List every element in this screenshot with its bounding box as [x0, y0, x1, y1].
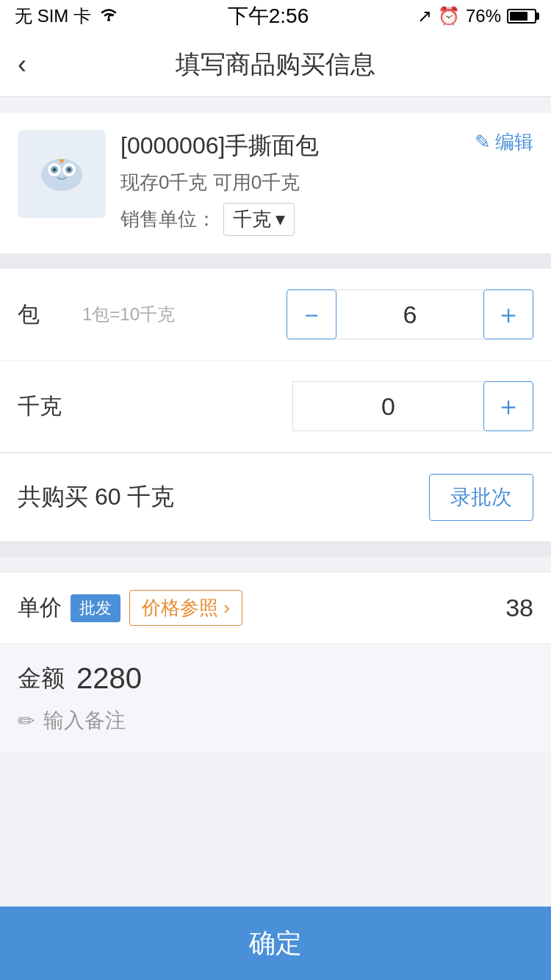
price-tag: 批发: [71, 594, 120, 622]
battery-icon: [507, 9, 536, 24]
bao-plus-button[interactable]: ＋: [483, 289, 533, 339]
section-separator-2: [0, 542, 551, 557]
kg-row: 千克 ＋: [0, 361, 551, 453]
bao-hint: 1包=10千克: [82, 303, 287, 326]
wifi-icon: [98, 6, 119, 26]
product-unit: 销售单位： 千克 ▾: [120, 203, 533, 236]
dropdown-icon: ▾: [276, 208, 285, 231]
page-title: 填写商品购买信息: [176, 48, 375, 82]
confirm-button[interactable]: 确定: [0, 907, 551, 980]
status-right: ↗ ⏰ 76%: [417, 6, 536, 26]
svg-point-6: [53, 168, 56, 171]
battery-percent: 76%: [466, 6, 501, 26]
kg-label: 千克: [18, 392, 76, 422]
alarm-icon: ⏰: [438, 6, 460, 26]
summary-text: 共购买 60 千克: [18, 481, 174, 514]
svg-point-7: [68, 168, 71, 171]
plus-icon: ＋: [495, 297, 522, 333]
product-info: [0000006]手撕面包 现存0千克 可用0千克 销售单位： 千克 ▾: [120, 130, 533, 236]
amount-row: 金额 2280: [18, 662, 533, 695]
edit-icon: ✎: [475, 131, 491, 154]
status-time: 下午2:56: [228, 2, 309, 30]
section-separator-1: [0, 254, 551, 269]
product-image: [18, 130, 106, 218]
summary-row: 共购买 60 千克 录批次: [0, 453, 551, 542]
bao-quantity-control: － ＋: [287, 289, 533, 339]
bao-label: 包: [18, 300, 76, 330]
sim-label: 无 SIM 卡: [15, 4, 91, 28]
kg-quantity-control: ＋: [292, 381, 533, 431]
amount-section: 金额 2280 ✏ 输入备注: [0, 644, 551, 752]
product-stock: 现存0千克 可用0千克: [120, 170, 533, 195]
confirm-label: 确定: [249, 926, 302, 962]
status-left: 无 SIM 卡: [15, 4, 119, 28]
bao-row: 包 1包=10千克 － ＋: [0, 269, 551, 361]
minus-icon: －: [298, 297, 325, 333]
kg-quantity-input[interactable]: [292, 381, 483, 431]
nav-bar: ‹ 填写商品购买信息: [0, 32, 551, 97]
product-name: [0000006]手撕面包: [120, 130, 533, 162]
kg-plus-button[interactable]: ＋: [483, 381, 533, 431]
bao-minus-button[interactable]: －: [287, 289, 336, 339]
amount-value: 2280: [76, 662, 142, 695]
amount-label: 金额: [18, 663, 65, 695]
price-row: 单价 批发 价格参照 › 38: [18, 590, 533, 626]
price-ref-button[interactable]: 价格参照 ›: [129, 590, 242, 626]
price-ref-label: 价格参照 ›: [142, 595, 230, 621]
unit-value: 千克: [233, 206, 271, 232]
product-card: [0000006]手撕面包 现存0千克 可用0千克 销售单位： 千克 ▾ ✎ 编…: [0, 112, 551, 254]
back-button[interactable]: ‹: [18, 49, 26, 80]
price-value: 38: [505, 594, 533, 622]
plus-icon-kg: ＋: [495, 389, 522, 425]
product-logo-icon: [36, 149, 87, 199]
price-label: 单价: [18, 593, 62, 623]
location-icon: ↗: [417, 6, 432, 26]
edit-button[interactable]: ✎ 编辑: [475, 129, 533, 155]
remark-placeholder: 输入备注: [43, 707, 126, 735]
unit-label: 销售单位：: [120, 206, 216, 232]
unit-selector[interactable]: 千克 ▾: [223, 203, 295, 236]
status-bar: 无 SIM 卡 下午2:56 ↗ ⏰ 76%: [0, 0, 551, 32]
svg-point-0: [107, 18, 110, 21]
price-section: 单价 批发 价格参照 › 38: [0, 572, 551, 644]
bao-quantity-input[interactable]: [336, 289, 483, 339]
remark-icon: ✏: [18, 709, 35, 733]
remark-row[interactable]: ✏ 输入备注: [18, 707, 533, 735]
batch-button[interactable]: 录批次: [429, 474, 533, 521]
quantity-section: 包 1包=10千克 － ＋ 千克 ＋: [0, 269, 551, 453]
